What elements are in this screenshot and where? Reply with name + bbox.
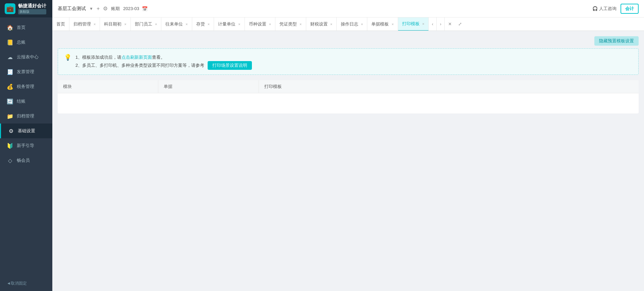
sidebar-item-tax[interactable]: 💰 税务管理 (0, 79, 52, 94)
tab-close-archive[interactable]: × (94, 22, 96, 26)
tab-next-btn[interactable]: › (437, 17, 445, 31)
main-area: 基层工会测试 ▼ + ⚙ 账期 2023-03 📅 🎧 人工咨询 会计 首页归档… (52, 0, 644, 291)
hide-template-btn-row: 隐藏预置模板设置 (58, 36, 639, 46)
sidebar-item-guide[interactable]: 🔰 新手引导 (0, 138, 52, 153)
settle-icon: 🔄 (7, 98, 13, 105)
company-name[interactable]: 基层工会测试 (58, 6, 86, 12)
sidebar-item-ledger[interactable]: 📒 总账 (0, 35, 52, 50)
sidebar-nav: 🏠 首页 📒 总账 ☁ 云报表中心 🧾 发票管理 💰 税务管理 🔄 结账 📁 归… (0, 17, 52, 276)
sidebar-item-report[interactable]: ☁ 云报表中心 (0, 50, 52, 64)
tab-subject[interactable]: 科目期初× (100, 17, 130, 31)
sidebar-logo: 💼 畅捷通好会计 旗舰版 (0, 0, 52, 17)
archive-icon: 📁 (7, 113, 13, 119)
sidebar-label-invoice: 发票管理 (17, 69, 34, 75)
tab-home[interactable]: 首页 (52, 17, 69, 31)
report-icon: ☁ (7, 54, 13, 60)
company-dropdown-icon[interactable]: ▼ (89, 6, 93, 11)
topbar-right: 🎧 人工咨询 会计 (592, 4, 639, 14)
guide-icon: 🔰 (7, 142, 13, 149)
settings-icon: ⚙ (8, 128, 14, 134)
headset-icon: 🎧 (592, 6, 598, 11)
tab-currency[interactable]: 币种设置× (245, 17, 275, 31)
tab-singledoc[interactable]: 单据模板× (367, 17, 398, 31)
tab-close-dept[interactable]: × (155, 22, 157, 26)
logo-sub: 旗舰版 (18, 9, 46, 14)
col-module: 模块 (58, 80, 158, 93)
tab-close-printtemplate[interactable]: × (422, 22, 424, 26)
hide-template-button[interactable]: 隐藏预置模板设置 (594, 36, 639, 46)
tab-prev-btn[interactable]: ‹ (429, 17, 437, 31)
tab-voucher[interactable]: 凭证类型× (275, 17, 306, 31)
tab-oplog[interactable]: 操作日志× (337, 17, 367, 31)
col-template: 打印模板 (259, 80, 639, 93)
tab-expand-btn[interactable]: ⤢ (455, 17, 465, 31)
unpin-label: ◄取消固定 (7, 281, 27, 286)
tab-close-contact[interactable]: × (185, 22, 187, 26)
notice-line2-pre: 2、多员工、多打印机、多种业务类型设置不同打印方案等，请参考 (75, 63, 204, 68)
tab-label-unit: 计量单位 (218, 21, 235, 27)
tab-contact[interactable]: 往来单位× (161, 17, 192, 31)
sidebar-label-home: 首页 (17, 25, 25, 31)
tab-label-subject: 科目期初 (104, 21, 121, 27)
sidebar-label-archive: 归档管理 (17, 113, 34, 119)
tab-label-printtemplate: 打印模板 (402, 21, 420, 27)
sidebar-footer[interactable]: ◄取消固定 (0, 276, 52, 291)
notice-line-2: 2、多员工、多打印机、多种业务类型设置不同打印方案等，请参考 打印场景设置说明 (75, 61, 632, 70)
sidebar-label-ledger: 总账 (17, 39, 25, 45)
tab-close-tax[interactable]: × (330, 22, 332, 26)
customer-service-btn[interactable]: 🎧 人工咨询 (592, 6, 616, 12)
notice-line1-suf: 查看。 (152, 55, 165, 60)
tab-dept[interactable]: 部门员工× (131, 17, 161, 31)
chevron-right-icon: › (440, 21, 441, 27)
tab-close-currency[interactable]: × (269, 22, 271, 26)
tab-close-voucher[interactable]: × (300, 22, 302, 26)
tab-unit[interactable]: 计量单位× (214, 17, 245, 31)
period-value: 2023-03 (123, 6, 139, 11)
sidebar-item-archive[interactable]: 📁 归档管理 (0, 109, 52, 124)
tab-label-contact: 往来单位 (165, 21, 183, 27)
tab-close-all-btn[interactable]: ✕ (445, 17, 455, 31)
sidebar: 💼 畅捷通好会计 旗舰版 🏠 首页 📒 总账 ☁ 云报表中心 🧾 发票管理 💰 … (0, 0, 52, 291)
logo-text: 畅捷通好会计 旗舰版 (18, 3, 46, 15)
sidebar-label-member: 畅会员 (17, 157, 30, 163)
notice-box: 💡 1、模板添加成功后，请点击刷新新页面查看。 2、多员工、多打印机、多种业务类… (58, 48, 639, 75)
print-template-table: 模块 单据 打印模板 (58, 80, 639, 113)
topbar-left: 基层工会测试 ▼ + ⚙ 账期 2023-03 📅 (58, 5, 148, 12)
sidebar-item-invoice[interactable]: 🧾 发票管理 (0, 64, 52, 79)
tab-close-unit[interactable]: × (238, 22, 240, 26)
sidebar-item-settle[interactable]: 🔄 结账 (0, 94, 52, 109)
tab-label-tax: 财税设置 (310, 21, 328, 27)
scene-settings-btn[interactable]: 打印场景设置说明 (208, 61, 252, 70)
chevron-left-icon: ‹ (432, 21, 433, 27)
close-icon: ✕ (448, 21, 452, 27)
notice-content: 1、模板添加成功后，请点击刷新新页面查看。 2、多员工、多打印机、多种业务类型设… (75, 53, 632, 70)
tab-label-currency: 币种设置 (249, 21, 266, 27)
tab-label-dept: 部门员工 (135, 21, 152, 27)
home-icon: 🏠 (7, 24, 13, 31)
sidebar-label-report: 云报表中心 (17, 54, 39, 60)
topbar: 基层工会测试 ▼ + ⚙ 账期 2023-03 📅 🎧 人工咨询 会计 (52, 0, 644, 17)
invoice-icon: 🧾 (7, 68, 13, 75)
sidebar-item-settings[interactable]: ⚙ 基础设置 (0, 124, 52, 138)
sidebar-label-guide: 新手引导 (17, 143, 34, 149)
logo-main: 畅捷通好会计 (18, 3, 46, 9)
add-tab-btn[interactable]: + (97, 6, 100, 12)
tab-close-oplog[interactable]: × (361, 22, 363, 26)
tab-archive[interactable]: 归档管理× (69, 17, 100, 31)
sidebar-item-member[interactable]: ◇ 畅会员 (0, 153, 52, 168)
tab-close-subject[interactable]: × (124, 22, 126, 26)
settings-icon[interactable]: ⚙ (103, 5, 108, 12)
tab-close-singledoc[interactable]: × (391, 22, 393, 26)
tab-label-voucher: 凭证类型 (279, 21, 297, 27)
kuaiji-button[interactable]: 会计 (621, 4, 639, 14)
calendar-icon[interactable]: 📅 (142, 6, 148, 11)
tab-printtemplate[interactable]: 打印模板× (398, 17, 429, 31)
lightbulb-icon: 💡 (64, 54, 71, 61)
content-inner: 隐藏预置模板设置 💡 1、模板添加成功后，请点击刷新新页面查看。 2、多员工、多… (52, 31, 644, 119)
sidebar-item-home[interactable]: 🏠 首页 (0, 20, 52, 35)
tabbar: 首页归档管理×科目期初×部门员工×往来单位×存货×计量单位×币种设置×凭证类型×… (52, 17, 644, 31)
tab-inventory[interactable]: 存货× (192, 17, 214, 31)
notice-refresh-link[interactable]: 点击刷新新页面 (121, 55, 152, 60)
tab-close-inventory[interactable]: × (208, 22, 210, 26)
tab-tax[interactable]: 财税设置× (306, 17, 337, 31)
